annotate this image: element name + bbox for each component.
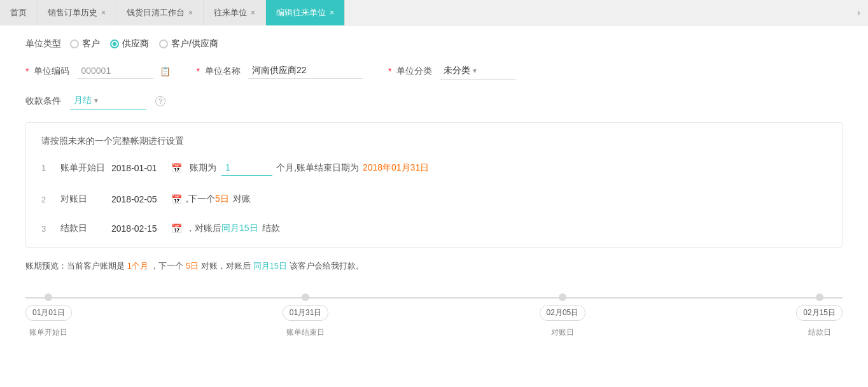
unit-cat-label: 单位分类 [396,66,432,77]
radio-customer[interactable]: 客户 [70,38,100,50]
timeline-point-2: 01月31日 账单结束日 [283,293,329,338]
preview-highlight2: 5日 [186,261,199,271]
radio-both-label: 客户/供应商 [171,38,218,50]
row-2-suffix: 对账 [233,194,251,205]
unit-info-row: * 单位编码 📋 * 单位名称 * 单位分类 未分类 ▾ [25,62,843,80]
radio-supplier-label: 供应商 [122,38,149,50]
unit-type-label: 单位类型 [25,38,61,50]
payment-help-icon[interactable]: ? [155,96,165,106]
timeline-label-2: 账单结束日 [286,327,325,338]
radio-supplier[interactable]: 供应商 [110,38,149,50]
timeline-label-1: 账单开始日 [29,327,67,338]
radio-both[interactable]: 客户/供应商 [159,38,218,50]
row-3-cal-icon[interactable]: 📅 [171,223,182,234]
payment-label: 收款条件 [25,95,61,107]
payment-arrow: ▾ [94,96,98,105]
unit-cat-star: * [388,66,391,76]
tab-sales-history[interactable]: 销售订单历史 × [38,0,116,25]
preview-highlight3: 同月15日 [253,261,287,271]
preview-suffix: 该客户会给我打款。 [290,261,364,271]
unit-category-value: 未分类 [444,65,470,76]
tab-home[interactable]: 首页 [0,0,38,25]
timeline-point-3: 02月05日 对账日 [540,293,586,338]
radio-supplier-circle [110,39,119,48]
tab-cash-work-close[interactable]: × [188,8,193,17]
row-1-period-suffix: 个月,账单结束日期为 [276,162,359,174]
timeline-dot-4 [816,293,823,301]
tab-edit-partner[interactable]: 编辑往来单位 × [266,0,345,25]
row-2-num: 2 [41,195,60,204]
unit-code-copy-icon[interactable]: 📋 [160,66,171,76]
payment-dropdown[interactable]: 月结 ▾ [70,92,146,109]
unit-category-dropdown[interactable]: 未分类 ▾ [440,62,516,80]
tab-edit-partner-close[interactable]: × [330,8,334,17]
row-1-label: 账单开始日 [60,162,111,174]
timeline: 01月01日 账单开始日 01月31日 账单结束日 02月05日 对账日 02月… [25,287,843,357]
timeline-badge-3: 02月05日 [540,305,586,321]
preview-highlight1: 1个月 [127,261,148,271]
row-3-highlight: 同月15日 [221,223,258,234]
timeline-point-1: 01月01日 账单开始日 [25,293,72,338]
preview-mid1: ，下一个 [150,261,183,271]
row-1-after-text: 账期为 [190,162,216,174]
radio-both-circle [159,39,168,48]
timeline-badge-4: 02月15日 [796,305,843,321]
row-3-date: 2018-02-15 [111,223,169,234]
period-section: 请按照未来的一个完整帐期进行设置 1 账单开始日 2018-01-01 📅 账期… [25,122,843,248]
unit-type-row: 单位类型 客户 供应商 客户/供应商 [25,38,843,50]
timeline-dot-1 [45,293,52,301]
timeline-label-4: 结款日 [808,327,831,338]
timeline-dot-3 [559,293,566,301]
tab-partner-label: 往来单位 [214,7,247,18]
section-row-3: 3 结款日 2018-02-15 📅 ，对账后 同月15日 结款 [41,223,827,234]
unit-name-star: * [196,66,199,76]
row-3-suffix: 结款 [262,223,280,234]
timeline-point-4: 02月15日 结款日 [796,293,843,338]
preview-mid2: 对账，对账后 [201,261,251,271]
row-1-cal-icon[interactable]: 📅 [171,163,182,173]
timeline-badge-2: 01月31日 [283,305,329,321]
main-content: 单位类型 客户 供应商 客户/供应商 * 单位编码 📋 * 单位名称 [0,25,868,387]
radio-customer-label: 客户 [82,38,100,50]
timeline-dot-2 [302,293,309,301]
tab-more-btn[interactable]: › [850,7,868,18]
row-2-highlight: 5日 [215,194,229,205]
row-3-label: 结款日 [60,223,111,234]
preview-prefix: 账期预览：当前客户账期是 [25,261,125,271]
row-1-num: 1 [41,163,60,172]
section-row-2: 2 对账日 2018-02-05 📅 ,下一个 5日 对账 [41,194,827,205]
row-2-cal-icon[interactable]: 📅 [171,194,182,204]
unit-code-star: * [25,66,29,76]
section-row-1: 1 账单开始日 2018-01-01 📅 账期为 个月,账单结束日期为 2018… [41,160,827,176]
radio-customer-circle [70,39,79,48]
row-2-prefix: ,下一个 [186,194,215,205]
unit-type-radio-group: 客户 供应商 客户/供应商 [70,38,218,50]
tab-partner[interactable]: 往来单位 × [204,0,266,25]
tab-sales-history-close[interactable]: × [101,8,106,17]
row-3-prefix: ，对账后 [186,223,221,234]
tab-bar: 首页 销售订单历史 × 钱货日清工作台 × 往来单位 × 编辑往来单位 × › [0,0,868,25]
period-value-input[interactable] [221,160,272,176]
tab-home-label: 首页 [10,7,27,18]
row-2-date: 2018-02-05 [111,194,169,204]
payment-value: 月结 [74,95,92,106]
tab-sales-history-label: 销售订单历史 [48,7,97,18]
tab-cash-work-label: 钱货日清工作台 [127,7,185,18]
timeline-badge-1: 01月01日 [25,305,72,321]
unit-name-input[interactable] [248,63,363,79]
tab-partner-close[interactable]: × [251,8,255,17]
payment-row: 收款条件 月结 ▾ ? [25,92,843,109]
unit-code-input[interactable] [77,63,153,79]
timeline-points: 01月01日 账单开始日 01月31日 账单结束日 02月05日 对账日 02月… [25,293,843,338]
unit-category-arrow: ▾ [473,66,477,75]
preview-section: 账期预览：当前客户账期是 1个月 ，下一个 5日 对账，对账后 同月15日 该客… [25,260,843,272]
unit-code-label: 单位编码 [34,66,69,77]
row-2-label: 对账日 [60,194,111,205]
row-1-date: 2018-01-01 [111,163,169,173]
section-title: 请按照未来的一个完整帐期进行设置 [41,136,827,147]
unit-name-label: 单位名称 [205,66,241,77]
timeline-label-3: 对账日 [551,327,574,338]
row-3-num: 3 [41,224,60,234]
tab-edit-partner-label: 编辑往来单位 [276,7,326,18]
tab-cash-work[interactable]: 钱货日清工作台 × [116,0,204,25]
